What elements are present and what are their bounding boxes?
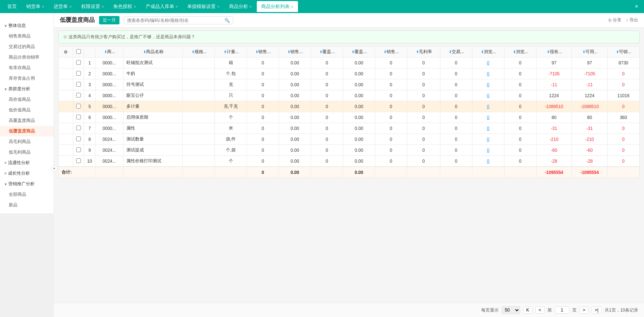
tab-product-analysis[interactable]: 商品分析 ×	[225, 1, 256, 12]
first-page-button[interactable]: K	[523, 306, 533, 314]
close-icon[interactable]: ×	[250, 4, 252, 9]
search-box[interactable]: 🔍	[124, 16, 233, 24]
sidebar-item-sales-goods[interactable]: 销售类商品	[0, 31, 54, 41]
browse1-cell[interactable]: 0	[472, 101, 504, 112]
row-checkbox[interactable]	[76, 136, 81, 141]
row-checkbox-cell[interactable]	[73, 156, 84, 167]
sidebar-item-low-coverage[interactable]: 低覆盖度商品	[0, 126, 54, 136]
last-page-button[interactable]: >|	[592, 306, 602, 314]
row-checkbox-cell[interactable]	[73, 90, 84, 101]
gross-rate-column-header[interactable]: ⬆毛利率	[407, 47, 440, 58]
tab-template-settings[interactable]: 单据模板设置 ×	[183, 1, 224, 12]
coverage2-cell: 0.00	[343, 123, 375, 134]
close-icon[interactable]: ×	[217, 4, 219, 9]
search-input[interactable]	[127, 18, 223, 23]
row-checkbox-cell[interactable]	[73, 134, 84, 145]
row-checkbox[interactable]	[76, 104, 81, 108]
browse1-cell[interactable]: 0	[472, 68, 504, 79]
sidebar-item-high-margin[interactable]: 高毛利商品	[0, 136, 54, 147]
coverage1-column-header[interactable]: ⬆覆盖...	[311, 47, 343, 58]
sidebar-section-overview[interactable]: ∨ 整体信息	[0, 20, 54, 31]
select-all-checkbox[interactable]	[76, 49, 81, 54]
sidebar-section-circulation[interactable]: > 流通性分析	[0, 158, 54, 168]
close-icon[interactable]: ×	[134, 4, 136, 9]
sidebar-item-new-products[interactable]: 新品	[0, 200, 54, 210]
export-button[interactable]: ↑ 导出	[626, 17, 638, 23]
sales-amt-column-header[interactable]: ⬆销售...	[279, 47, 311, 58]
row-checkbox[interactable]	[76, 147, 81, 152]
sidebar-item-category-sales-rate[interactable]: 商品分类动销率	[0, 52, 54, 63]
tab-home[interactable]: 首页	[3, 1, 21, 12]
tab-product-analysis-list[interactable]: 商品分析列表 ×	[257, 1, 298, 12]
sellable-column-header[interactable]: ⬆可销...	[607, 47, 639, 58]
name-column-header[interactable]: ⬆商品名称	[123, 47, 183, 58]
prev-page-button[interactable]: <	[535, 306, 545, 314]
tab-permissions[interactable]: 权限设置 ×	[77, 1, 108, 12]
row-checkbox[interactable]	[76, 158, 81, 163]
browse2-column-header[interactable]: ⬆浏览...	[504, 47, 536, 58]
search-icon[interactable]: 🔍	[224, 18, 230, 23]
browse1-cell[interactable]: 0	[472, 145, 504, 156]
row-checkbox-cell[interactable]	[73, 58, 84, 68]
sidebar-section-growth[interactable]: > 成长性分析	[0, 168, 54, 179]
sidebar-item-in-stock-goods[interactable]: 有库存商品	[0, 63, 54, 73]
close-icon[interactable]: ×	[291, 4, 293, 9]
gross-rate-cell: 0	[407, 79, 440, 90]
share-button[interactable]: ⎘ 分享	[609, 17, 621, 23]
row-checkbox-cell[interactable]	[73, 112, 84, 123]
browse1-cell[interactable]: 0	[472, 123, 504, 134]
row-checkbox[interactable]	[76, 93, 81, 98]
spec-column-header[interactable]: ⬆规格...	[183, 47, 215, 58]
close-icon[interactable]: ×	[102, 4, 104, 9]
sidebar-collapse-button[interactable]: «	[51, 165, 54, 172]
sidebar-item-low-margin[interactable]: 低毛利商品	[0, 147, 54, 158]
coverage2-column-header[interactable]: ⬆覆盖...	[343, 47, 375, 58]
sales-qty-column-header[interactable]: ⬆销售...	[247, 47, 279, 58]
row-checkbox[interactable]	[76, 126, 81, 130]
browse1-cell[interactable]: 0	[472, 156, 504, 167]
tab-sales-order[interactable]: 销货单 ×	[22, 1, 48, 12]
summary-sales-qty: 0	[247, 167, 279, 178]
row-checkbox-cell[interactable]	[73, 123, 84, 134]
sidebar-item-high-value[interactable]: 高价值商品	[0, 94, 54, 105]
row-checkbox[interactable]	[76, 82, 81, 87]
available-column-header[interactable]: ⬆可用...	[572, 47, 608, 58]
settings-column-header[interactable]: ⚙	[59, 47, 73, 58]
trade-column-header[interactable]: ⬆交易...	[440, 47, 472, 58]
browse1-column-header[interactable]: ⬆浏览...	[472, 47, 504, 58]
close-icon[interactable]: ×	[42, 4, 44, 9]
sidebar-item-traded-goods[interactable]: 交易过的商品	[0, 41, 54, 52]
sidebar-item-high-coverage[interactable]: 高覆盖度商品	[0, 115, 54, 126]
row-checkbox[interactable]	[76, 115, 81, 119]
browse1-cell[interactable]: 0	[472, 90, 504, 101]
close-icon[interactable]: ×	[176, 4, 178, 9]
unit-column-header[interactable]: ⬆计量...	[215, 47, 247, 58]
sales3-column-header[interactable]: ⬆销售...	[375, 47, 407, 58]
sidebar-item-stock-capital[interactable]: 库存资金占用	[0, 73, 54, 84]
browse1-cell[interactable]: 0	[472, 112, 504, 123]
row-checkbox-cell[interactable]	[73, 79, 84, 90]
sidebar-section-marketing[interactable]: ∨ 营销推广分析	[0, 179, 54, 189]
period-button[interactable]: 近一月	[99, 16, 119, 24]
close-all-tabs-button[interactable]: ×	[632, 2, 641, 11]
browse1-cell[interactable]: 0	[472, 134, 504, 145]
row-checkbox-cell[interactable]	[73, 101, 84, 112]
row-checkbox[interactable]	[76, 60, 81, 65]
tab-purchase-order[interactable]: 进货单 ×	[49, 1, 76, 12]
sidebar-section-cluster[interactable]: ∨ 类群度分析	[0, 84, 54, 94]
sidebar-item-low-value[interactable]: 低价值商品	[0, 105, 54, 115]
next-page-button[interactable]: >	[580, 306, 589, 314]
code-column-header[interactable]: ⬆商...	[95, 47, 123, 58]
browse1-cell[interactable]: 0	[472, 79, 504, 90]
row-checkbox-cell[interactable]	[73, 145, 84, 156]
page-number-input[interactable]	[555, 306, 569, 314]
row-checkbox-cell[interactable]	[73, 68, 84, 79]
tab-role-auth[interactable]: 角色授权 ×	[109, 1, 140, 12]
tab-product-inbound[interactable]: 产成品入库单 ×	[141, 1, 182, 12]
row-checkbox[interactable]	[76, 71, 81, 76]
current-column-header[interactable]: ⬆现有...	[536, 47, 572, 58]
per-page-select[interactable]: 50 10 20 100	[502, 306, 520, 314]
close-icon[interactable]: ×	[69, 4, 71, 9]
sidebar-item-all-goods[interactable]: 全部商品	[0, 189, 54, 200]
browse1-cell[interactable]: 0	[472, 58, 504, 68]
